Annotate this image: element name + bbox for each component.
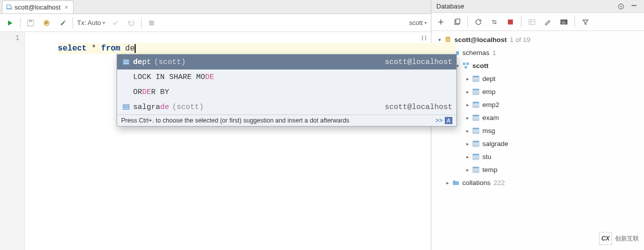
schema-label: scott [472, 62, 488, 70]
chevron-right-icon[interactable]: ▸ [463, 115, 471, 120]
settings-button[interactable] [57, 17, 69, 29]
collations-node[interactable]: ▸collations222 [433, 176, 642, 189]
separator [20, 18, 21, 28]
svg-text:QL: QL [561, 20, 566, 24]
tx-label-text: Tx: [77, 19, 86, 26]
schema-icon [461, 62, 470, 69]
autocomplete-item-name: salgrade [133, 103, 169, 112]
separator [574, 16, 575, 28]
chevron-right-icon[interactable]: ▸ [463, 102, 471, 108]
filter-button[interactable] [580, 16, 591, 28]
stop-db-button[interactable] [505, 16, 516, 28]
sync-button[interactable] [489, 16, 500, 28]
table-label: temp [482, 166, 497, 174]
table-icon [471, 128, 480, 134]
svg-rect-34 [473, 102, 479, 104]
chevron-down-icon[interactable]: ▾ [435, 37, 443, 42]
svg-rect-18 [463, 62, 465, 65]
table-label: stu [482, 153, 491, 160]
chevron-down-icon: ▾ [103, 20, 105, 26]
table-view-button[interactable] [526, 16, 537, 28]
chevron-right-icon[interactable]: ▸ [463, 128, 471, 134]
autocomplete-item[interactable]: salgrade(scott)scott@localhost [117, 100, 456, 114]
table-icon [471, 88, 480, 95]
svg-rect-40 [473, 115, 479, 116]
svg-rect-2 [29, 20, 32, 22]
target-icon[interactable] [616, 2, 626, 12]
autocomplete-hint-badge: A [445, 117, 452, 124]
table-node[interactable]: ▸msg [433, 124, 642, 137]
svg-rect-10 [456, 19, 460, 24]
autocomplete-item-name: ORDER BY [133, 88, 169, 96]
table-node[interactable]: ▸exam [433, 111, 642, 124]
autocomplete-hint-link[interactable]: >> [435, 117, 443, 124]
chevron-right-icon[interactable]: ▸ [463, 141, 471, 146]
chevron-right-icon[interactable]: ▸ [443, 180, 451, 186]
autocomplete-item-context: (scott) [154, 58, 186, 66]
chevron-down-icon: ▾ [424, 20, 427, 26]
svg-point-7 [620, 6, 622, 7]
table-icon [471, 102, 480, 108]
table-icon [471, 166, 480, 173]
datasource-label: scott@localhost [454, 36, 507, 44]
schema-selector[interactable]: scott ▾ [409, 19, 427, 26]
rollback-button[interactable] [125, 17, 137, 29]
table-icon [471, 114, 480, 121]
editor-tab[interactable]: scott@localhost × [2, 0, 74, 14]
chevron-right-icon[interactable]: ▸ [463, 89, 471, 94]
collations-count: 222 [493, 179, 505, 186]
editor-tab-title: scott@localhost [15, 4, 61, 11]
commit-button[interactable] [109, 17, 121, 29]
watermark-text: 创新互联 [615, 234, 639, 243]
hide-panel-icon[interactable] [629, 2, 639, 12]
tx-mode-selector[interactable]: Tx: Auto ▾ [77, 19, 105, 26]
table-label: dept [482, 75, 495, 82]
edit-ddl-button[interactable] [542, 16, 553, 28]
console-button[interactable]: QL [558, 16, 569, 28]
separator [521, 16, 521, 28]
table-node[interactable]: ▸salgrade [433, 137, 642, 150]
close-icon[interactable]: × [65, 4, 68, 11]
table-node[interactable]: ▸temp [433, 163, 642, 176]
table-node[interactable]: ▸emp [433, 85, 642, 98]
gutter: 1 [0, 32, 25, 250]
svg-rect-12 [529, 20, 535, 24]
tx-mode-value: Auto [88, 19, 101, 26]
chevron-right-icon[interactable]: ▸ [463, 167, 471, 172]
autocomplete-item[interactable]: ORDER BY [117, 84, 456, 100]
svg-rect-0 [7, 8, 12, 10]
database-panel-header: Database [431, 0, 644, 13]
svg-rect-11 [508, 20, 513, 24]
svg-rect-22 [473, 76, 479, 78]
duplicate-button[interactable] [451, 16, 462, 28]
table-node[interactable]: ▸stu [433, 150, 642, 163]
refresh-button[interactable] [473, 16, 484, 28]
code-line: select * from de [58, 43, 456, 54]
separator [141, 18, 142, 28]
separator [467, 16, 468, 28]
table-node[interactable]: ▸dept [433, 72, 642, 85]
stop-button[interactable] [146, 17, 158, 29]
datasource-icon [443, 36, 452, 43]
run-button[interactable] [4, 17, 16, 29]
separator [73, 18, 73, 28]
schemas-node[interactable]: ▾schemas1 [433, 46, 642, 59]
new-button[interactable] [435, 16, 446, 28]
table-icon [121, 104, 131, 110]
chevron-right-icon[interactable]: ▸ [463, 76, 471, 82]
editor-tab-bar: scott@localhost × [0, 0, 431, 14]
autocomplete-item[interactable]: dept(scott)scott@localhost [117, 54, 456, 70]
table-node[interactable]: ▸emp2 [433, 98, 642, 111]
table-label: emp2 [482, 101, 499, 108]
schema-node[interactable]: ▾scott [433, 59, 642, 72]
save-button[interactable] [25, 17, 37, 29]
table-label: exam [482, 114, 499, 122]
rollback-pending-button[interactable]: P [41, 17, 53, 29]
table-icon [471, 154, 480, 160]
text-cursor [135, 44, 136, 53]
svg-rect-69 [123, 60, 129, 64]
datasource-node[interactable]: ▾scott@localhost1 of 19 [433, 33, 642, 46]
chevron-right-icon[interactable]: ▸ [463, 154, 471, 160]
autocomplete-item[interactable]: LOCK IN SHARE MODE [117, 70, 456, 84]
table-icon [471, 140, 480, 147]
